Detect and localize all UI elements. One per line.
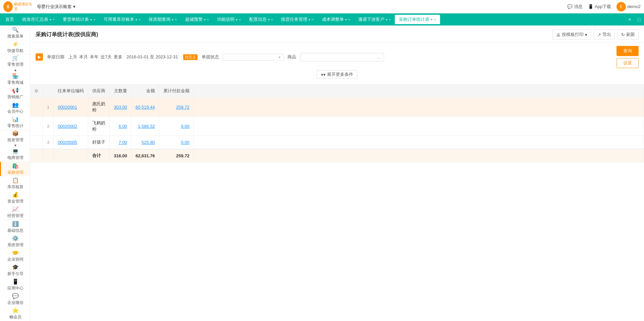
tab-config-info[interactable]: 配置信息 ▾ × bbox=[245, 15, 277, 24]
sidebar-item-enterprise-wechat[interactable]: 💬 企业微信 bbox=[0, 292, 30, 307]
th-settings[interactable]: ⚙ bbox=[30, 85, 43, 98]
amount-link[interactable]: 1,586.52 bbox=[138, 124, 155, 129]
app-download-button[interactable]: 📱 App下载 bbox=[588, 4, 611, 10]
sidebar-item-search[interactable]: 🔍 搜索菜单 bbox=[0, 25, 30, 40]
tab-receive-summary[interactable]: 收发存汇总表 ▾ × bbox=[18, 15, 59, 24]
tab-purchase-stats[interactable]: 采购订单统计表 ▾ × bbox=[395, 15, 440, 24]
sidebar-item-system[interactable]: ⚙️ 系统管理 bbox=[0, 234, 30, 249]
close-icon[interactable]: × bbox=[434, 17, 436, 21]
sidebar-item-ecommerce[interactable]: 💻 电商管理 bbox=[0, 147, 30, 162]
shortcut-this-year[interactable]: 本年 bbox=[90, 54, 99, 60]
th-row-num bbox=[43, 85, 54, 98]
td-amount: 60,519.44 bbox=[131, 98, 159, 117]
amount-link[interactable]: 525.80 bbox=[142, 140, 155, 145]
sidebar-item-app-center[interactable]: 📱 应用中心 bbox=[0, 277, 30, 292]
close-icon[interactable]: × bbox=[239, 17, 241, 21]
td-extra bbox=[194, 136, 644, 149]
close-icon[interactable]: × bbox=[348, 17, 350, 21]
user-menu[interactable]: E demo2 bbox=[616, 2, 641, 11]
th-paid-amount: 累计付款金额 bbox=[159, 85, 194, 98]
main-qty-link[interactable]: 303.00 bbox=[114, 105, 127, 110]
close-icon[interactable]: × bbox=[389, 17, 391, 21]
paid-amount-link[interactable]: 259.72 bbox=[176, 105, 190, 110]
sidebar-item-retail[interactable]: 🛒 零售管理 ▲ bbox=[0, 54, 30, 72]
sidebar-item-quick-nav[interactable]: ⚡ 快捷导航 bbox=[0, 40, 30, 54]
top-right-actions: 💬 消息 📱 App下载 E demo2 bbox=[567, 2, 641, 11]
sidebar-item-enterprise[interactable]: 🤝 企业协同 bbox=[0, 249, 30, 263]
sidebar-item-retail-stats[interactable]: 📊 零售统计 bbox=[0, 115, 30, 130]
message-button[interactable]: 💬 消息 bbox=[567, 4, 583, 10]
td-footer-label: 合计 bbox=[88, 149, 110, 162]
goods-input[interactable]: … bbox=[300, 53, 384, 61]
td-amount: 1,586.52 bbox=[131, 117, 159, 136]
close-icon[interactable]: × bbox=[139, 17, 141, 21]
status-select[interactable]: ▾ bbox=[223, 54, 283, 61]
td-row-num: 1 bbox=[43, 98, 54, 117]
main-qty-link[interactable]: 6.00 bbox=[119, 124, 127, 129]
tab-pick-task[interactable]: 拣货任务管理 ▾ × bbox=[277, 15, 318, 24]
sidebar-item-inventory[interactable]: 📋 库存核算 bbox=[0, 176, 30, 191]
td-checkbox bbox=[30, 98, 43, 117]
main-qty-link[interactable]: 7.00 bbox=[119, 140, 127, 145]
td-paid-amount: 0.00 bbox=[159, 117, 194, 136]
supplier-code-link[interactable]: 00020005 bbox=[58, 140, 77, 145]
sidebar-item-purchase[interactable]: 🛍️ 采购管理 bbox=[0, 162, 30, 176]
close-window-button[interactable]: × bbox=[626, 16, 633, 23]
sidebar-item-operations[interactable]: 📈 经营管理 bbox=[0, 205, 30, 220]
th-extra bbox=[194, 85, 644, 98]
expand-button[interactable]: ▾▾ 展开更多条件 bbox=[317, 70, 358, 79]
sidebar-item-marketing[interactable]: 📢 营销推广 bbox=[0, 86, 30, 101]
top-bar: 6 畅捷通好生意 母婴行业演示账套 ▾ 💬 消息 📱 App下载 E demo2 bbox=[0, 0, 644, 13]
tab-home[interactable]: 首页 bbox=[1, 15, 18, 24]
refresh-button[interactable]: ↻ 刷新 bbox=[618, 30, 639, 40]
amount-link[interactable]: 60,519.44 bbox=[136, 105, 155, 110]
main-layout: 🔍 搜索菜单 ⚡ 快捷导航 🛒 零售管理 ▲ 🏪 零售商城 📢 营销推广 👥 会… bbox=[0, 25, 644, 321]
tab-arrow: ▾ bbox=[236, 18, 237, 21]
close-icon[interactable]: × bbox=[312, 17, 314, 21]
gear-icon: ⚙️ bbox=[12, 235, 19, 242]
org-selector[interactable]: 母婴行业演示账套 ▾ bbox=[37, 4, 77, 10]
tab-cost-adjust[interactable]: 成本调整单 ▾ × bbox=[318, 15, 354, 24]
tab-overstock-alert[interactable]: 超储预警 ▾ × bbox=[181, 15, 213, 24]
tab-function-desc[interactable]: 功能说明 ▾ × bbox=[213, 15, 245, 24]
close-icon[interactable]: × bbox=[175, 17, 177, 21]
th-supplier-name: 供应商 bbox=[88, 85, 110, 98]
sidebar-item-vip[interactable]: ⭐ 畅会员 bbox=[0, 307, 30, 321]
tab-available-stock[interactable]: 可用量库存账本 ▾ × bbox=[100, 15, 145, 24]
settings-button[interactable]: 设置 bbox=[616, 58, 639, 68]
sidebar-item-finance[interactable]: 💰 资金管理 bbox=[0, 191, 30, 205]
tab-warranty[interactable]: 保质期查询 ▾ × bbox=[145, 15, 181, 24]
tab-invite-customer[interactable]: 邀请下游客户 ▾ × bbox=[354, 15, 395, 24]
close-icon[interactable]: × bbox=[207, 17, 209, 21]
shortcut-last-month[interactable]: 上月 bbox=[68, 54, 77, 60]
expand-icon: ▾▾ bbox=[321, 72, 326, 77]
paid-amount-link[interactable]: 0.00 bbox=[181, 140, 190, 145]
shortcut-more[interactable]: 更多 bbox=[114, 54, 122, 60]
close-icon[interactable]: × bbox=[53, 17, 55, 21]
main-content: 采购订单统计表(按供应商) 🖨 按模板打印 ▾ ↗ 导出 ↻ 刷新 bbox=[30, 25, 644, 321]
close-icon[interactable]: × bbox=[93, 17, 95, 21]
td-row-num: 3 bbox=[43, 136, 54, 149]
handshake-icon: 🤝 bbox=[12, 250, 19, 256]
search-button[interactable]: 查询 bbox=[616, 46, 639, 56]
tab-goods-stats[interactable]: 要货单统计表 ▾ × bbox=[59, 15, 99, 24]
export-button[interactable]: ↗ 导出 bbox=[594, 30, 615, 40]
supplier-code-link[interactable]: 00020001 bbox=[58, 105, 77, 110]
sidebar-item-basic-info[interactable]: ℹ️ 基础信息 bbox=[0, 220, 30, 234]
chevron-down-icon: ▾ bbox=[279, 55, 280, 59]
sidebar-item-retail-mall[interactable]: 🏪 零售商城 bbox=[0, 72, 30, 86]
print-button[interactable]: 🖨 按模板打印 ▾ bbox=[552, 30, 591, 40]
shortcut-7days[interactable]: 近7天 bbox=[101, 54, 112, 60]
td-footer-extra bbox=[194, 149, 644, 162]
filter-toggle-button[interactable]: ▶ bbox=[36, 53, 43, 61]
shortcut-this-month[interactable]: 本月 bbox=[79, 54, 88, 60]
close-icon[interactable]: × bbox=[271, 17, 273, 21]
sidebar-item-wholesale[interactable]: 📦 批发管理 ▼ bbox=[0, 130, 30, 147]
maximize-window-button[interactable]: □ bbox=[636, 16, 643, 23]
supplier-code-link[interactable]: 00020002 bbox=[58, 124, 77, 129]
sidebar-item-new-guide[interactable]: 🎓 新手引导 bbox=[0, 263, 30, 277]
sidebar-item-members[interactable]: 👥 会员中心 bbox=[0, 101, 30, 115]
settings-icon[interactable]: ⚙ bbox=[34, 88, 39, 94]
paid-amount-link[interactable]: 0.00 bbox=[181, 124, 190, 129]
ellipsis-icon: … bbox=[377, 55, 381, 60]
